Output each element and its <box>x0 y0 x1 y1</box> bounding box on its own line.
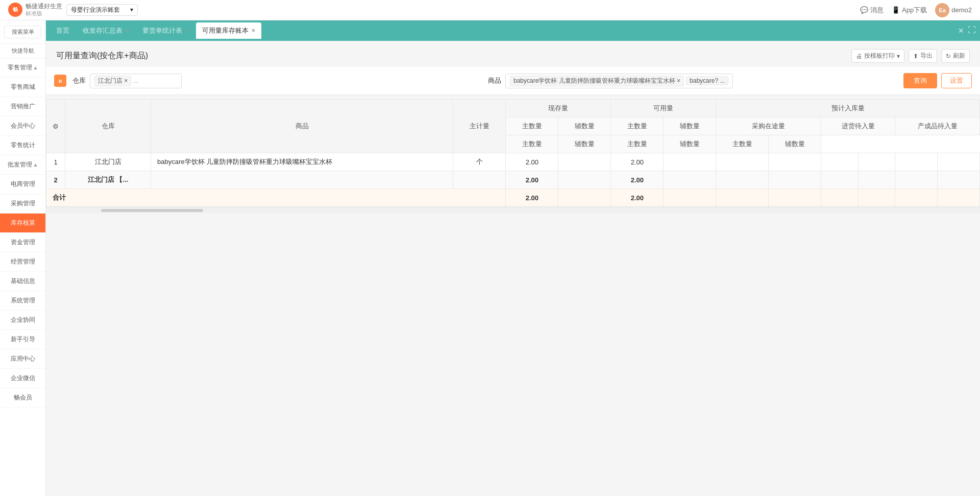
tab-receivable[interactable]: 收发存汇总表 × <box>77 22 135 39</box>
refresh-label: 刷新 <box>953 52 965 60</box>
footer-avail-aux <box>664 189 716 207</box>
sidebar-item-system[interactable]: 系统管理 <box>0 291 45 311</box>
sidebar-item-member[interactable]: 会员中心 <box>0 116 45 136</box>
sidebar-item-operations[interactable]: 经营管理 <box>0 252 45 272</box>
settings-button[interactable]: 设置 <box>941 73 972 88</box>
tab-bar: 首页 收发存汇总表 × 要货单统计表 × 可用量库存账本 × × ⛶ <box>46 20 980 41</box>
brand-icon: 畅 <box>8 3 22 17</box>
row-avail-aux <box>664 153 716 171</box>
sidebar-item-label: 库存核算 <box>11 219 35 227</box>
filter-warehouse-group: 仓库 江北门店 × ... <box>72 74 482 88</box>
sidebar-item-retail-stats[interactable]: 零售统计 <box>0 136 45 155</box>
product-filter[interactable]: babycare学饮杯 儿童防摔防撞吸管杯重力球吸嘴杯宝宝水杯 × babyca… <box>505 74 733 88</box>
th-available: 可用量 <box>611 100 716 117</box>
user-profile[interactable]: Ea demo2 <box>935 3 972 17</box>
sidebar-item-retail-mall[interactable]: 零售商城 <box>0 78 45 97</box>
page-title: 可用量查询(按仓库+商品) <box>56 51 148 61</box>
industry-selector[interactable]: 母婴行业演示账套 ▾ <box>66 4 138 16</box>
close-icon[interactable]: × <box>252 28 255 34</box>
th-avail-aux: 辅数量 <box>664 117 716 135</box>
sidebar-item-purchase[interactable]: 采购管理 <box>0 194 45 214</box>
warehouse-filter[interactable]: 江北门店 × ... <box>90 74 182 88</box>
th-pt-aux: 辅数量 <box>558 135 611 153</box>
content-area: 首页 收发存汇总表 × 要货单统计表 × 可用量库存账本 × × ⛶ 可用量查询… <box>46 20 980 496</box>
sidebar-item-inventory[interactable]: 库存核算 <box>0 214 45 233</box>
tab-available-stock[interactable]: 可用量库存账本 × <box>196 22 261 39</box>
footer-inc-aux <box>858 189 895 207</box>
user-name: demo2 <box>951 6 972 14</box>
refresh-btn[interactable]: ↻ 刷新 <box>941 49 970 63</box>
row-index: 2 <box>46 171 65 189</box>
app-download-label: App下载 <box>902 6 927 15</box>
sidebar-item-wholesale[interactable]: 批发管理 ▲ <box>0 155 45 175</box>
close-icon[interactable]: × <box>126 28 129 34</box>
sidebar-item-newbie[interactable]: 新手引导 <box>0 330 45 349</box>
sidebar-item-finance[interactable]: 资金管理 <box>0 233 45 252</box>
query-button[interactable]: 查询 <box>903 73 937 88</box>
tab-label: 要货单统计表 <box>142 26 182 35</box>
sidebar-item-enterprise[interactable]: 企业协同 <box>0 311 45 330</box>
close-icon[interactable]: × <box>185 28 189 34</box>
tab-label: 首页 <box>56 26 69 35</box>
sidebar-item-label: 基础信息 <box>11 277 35 286</box>
sidebar-item-basic[interactable]: 基础信息 <box>0 272 45 291</box>
sidebar-item-label: 采购管理 <box>11 199 35 208</box>
th-purchase-transit: 采购在途量 <box>716 117 821 135</box>
row-stock-aux <box>558 171 611 189</box>
filter-expand-btn[interactable]: » <box>54 75 66 87</box>
sidebar-item-label: 畅会员 <box>14 393 32 402</box>
search-menu-btn[interactable]: 搜索菜单 <box>4 26 41 38</box>
close-all-icon[interactable]: × <box>958 26 964 36</box>
app-layout: 搜索菜单 快捷导航 零售管理 ▲ 零售商城 营销推广 会员中心 零售统计 批发管… <box>0 20 980 496</box>
sidebar-item-vip[interactable]: 畅会员 <box>0 388 45 408</box>
sidebar-item-label: 零售商城 <box>11 83 35 91</box>
th-product: 商品 <box>151 100 453 153</box>
tab-label: 收发存汇总表 <box>83 26 122 35</box>
sidebar-item-appstore[interactable]: 应用中心 <box>0 349 45 369</box>
more-indicator[interactable]: ... <box>133 77 138 84</box>
footer-inc-main <box>821 189 858 207</box>
scrollbar-thumb[interactable] <box>101 209 203 212</box>
message-btn[interactable]: 💬 消息 <box>860 6 884 15</box>
sidebar-item-label: 零售统计 <box>11 141 35 150</box>
footer-pt-main <box>716 189 769 207</box>
refresh-icon: ↻ <box>946 53 951 60</box>
warehouse-tag: 江北门店 × <box>94 76 131 86</box>
top-bar: 畅 畅捷通好生意 标准版 母婴行业演示账套 ▾ 💬 消息 📱 App下载 Ea … <box>0 0 980 20</box>
top-bar-right: 💬 消息 📱 App下载 Ea demo2 <box>860 3 972 17</box>
tag-text: babycare? ... <box>690 77 725 84</box>
row-avail-main: 2.00 <box>611 171 664 189</box>
quick-nav-btn[interactable]: 快捷导航 <box>0 44 45 58</box>
app-download-btn[interactable]: 📱 App下载 <box>892 6 927 15</box>
th-settings: ⚙ <box>46 100 65 153</box>
message-icon: 💬 <box>860 6 868 14</box>
print-icon: 🖨 <box>856 53 862 60</box>
sidebar-item-retail-mgmt[interactable]: 零售管理 ▲ <box>0 58 45 78</box>
row-unit <box>453 171 506 189</box>
tab-home[interactable]: 首页 <box>50 22 76 39</box>
filter-product-group: 商品 babycare学饮杯 儿童防摔防撞吸管杯重力球吸嘴杯宝宝水杯 × bab… <box>488 74 897 88</box>
table-container: ⚙ 仓库 商品 主计量 现存量 可用量 预计入库量 主数量 辅数量 主数量 <box>46 99 980 207</box>
tab-order-stats[interactable]: 要货单统计表 × <box>136 22 195 39</box>
sidebar-item-label: 应用中心 <box>11 355 35 363</box>
sidebar-item-ecommerce[interactable]: 电商管理 <box>0 175 45 194</box>
product-tag-2: babycare? ... <box>686 76 728 85</box>
sidebar-item-wechat[interactable]: 企业微信 <box>0 369 45 388</box>
th-stock-aux: 辅数量 <box>558 117 611 135</box>
footer-fin-aux <box>938 189 980 207</box>
sidebar-item-marketing[interactable]: 营销推广 <box>0 97 45 116</box>
top-bar-left: 畅 畅捷通好生意 标准版 母婴行业演示账套 ▾ <box>8 3 138 17</box>
th-stock-main: 主数量 <box>506 117 558 135</box>
th-pt-main: 主数量 <box>506 135 558 153</box>
horizontal-scrollbar[interactable] <box>46 207 980 213</box>
print-btn[interactable]: 🖨 按模板打印 ▾ <box>851 49 904 63</box>
page-content: 可用量查询(按仓库+商品) 🖨 按模板打印 ▾ ⬆ 导出 ↻ 刷新 <box>46 41 980 496</box>
footer-fin-main <box>895 189 938 207</box>
sidebar-item-label: 系统管理 <box>11 296 35 305</box>
row-pt-main <box>716 171 769 189</box>
footer-avail-main: 2.00 <box>611 189 664 207</box>
export-btn[interactable]: ⬆ 导出 <box>909 49 937 63</box>
row-fin-aux <box>938 153 980 171</box>
dropdown-icon: ▾ <box>130 6 133 13</box>
expand-icon[interactable]: ⛶ <box>968 26 976 36</box>
